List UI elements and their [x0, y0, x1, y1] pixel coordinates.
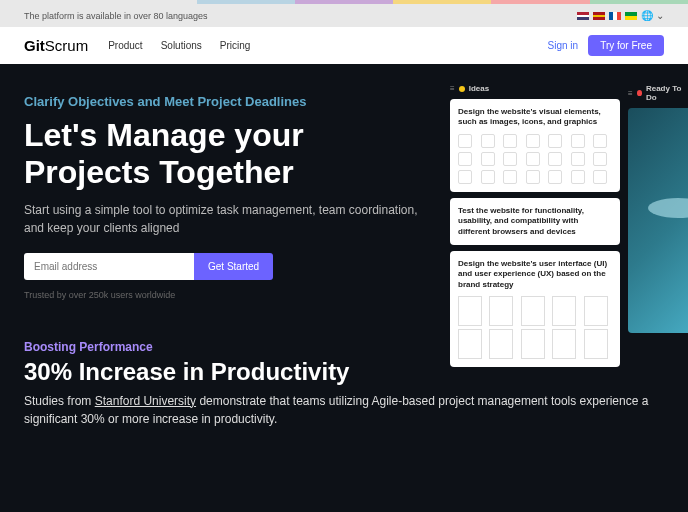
signin-link[interactable]: Sign in [548, 40, 579, 51]
hero-headline: Let's Manage your Projects Together [24, 117, 424, 191]
flag-es-icon[interactable] [593, 12, 605, 20]
language-bar: The platform is available in over 80 lan… [0, 4, 688, 27]
nav-solutions[interactable]: Solutions [161, 40, 202, 51]
get-started-button[interactable]: Get Started [194, 253, 273, 280]
signup-form: Get Started [24, 253, 424, 280]
kanban-card[interactable]: Test the website for functionality, usab… [450, 198, 620, 245]
hero-tagline: Clarify Objectives and Meet Project Dead… [24, 94, 424, 109]
kanban-preview: ≡ Ideas Design the website's visual elem… [450, 84, 688, 373]
ai-image-card[interactable] [628, 108, 688, 333]
hero-subtext: Start using a simple tool to optimize ta… [24, 201, 424, 237]
rainbow-bar [0, 0, 688, 4]
hero-section: Clarify Objectives and Meet Project Dead… [0, 64, 688, 320]
flag-selector[interactable]: 🌐 ⌄ [577, 10, 664, 21]
navbar: GitScrum Product Solutions Pricing Sign … [0, 27, 688, 64]
flag-br-icon[interactable] [625, 12, 637, 20]
logo[interactable]: GitScrum [24, 37, 88, 54]
wireframe-grid [458, 296, 612, 359]
try-free-button[interactable]: Try for Free [588, 35, 664, 56]
flag-us-icon[interactable] [577, 12, 589, 20]
trusted-text: Trusted by over 250k users worldwide [24, 290, 424, 300]
globe-icon[interactable]: 🌐 ⌄ [641, 10, 664, 21]
dot-icon [637, 90, 642, 96]
flag-fr-icon[interactable] [609, 12, 621, 20]
icon-grid [458, 134, 612, 184]
language-text: The platform is available in over 80 lan… [24, 11, 208, 21]
column-header-ideas: ≡ Ideas [450, 84, 620, 93]
stanford-link[interactable]: Stanford University [95, 394, 196, 408]
kanban-card[interactable]: Design the website's user interface (UI)… [450, 251, 620, 367]
column-header-ready: ≡ Ready To Do [628, 84, 688, 102]
nav-pricing[interactable]: Pricing [220, 40, 251, 51]
kanban-card[interactable]: Design the website's visual elements, su… [450, 99, 620, 192]
productivity-desc: Studies from Stanford University demonst… [24, 392, 664, 428]
email-input[interactable] [24, 253, 194, 280]
dot-icon [459, 86, 465, 92]
nav-product[interactable]: Product [108, 40, 142, 51]
